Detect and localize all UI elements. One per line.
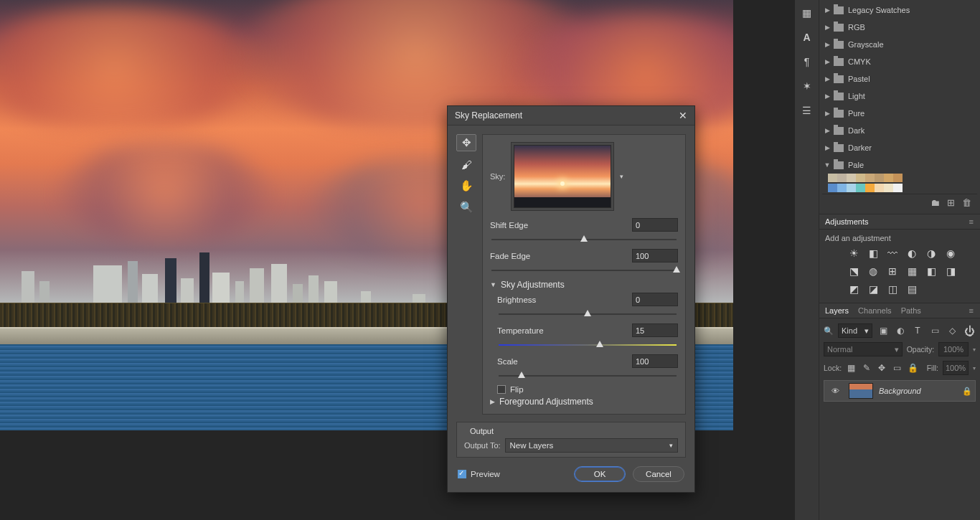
cancel-button[interactable]: Cancel	[633, 466, 684, 482]
sky-adjustments-section[interactable]: ▼Sky Adjustments	[490, 280, 678, 290]
visibility-icon[interactable]: 👁	[827, 387, 843, 395]
filter-toggle-icon[interactable]: ⏻	[963, 324, 976, 337]
foreground-adjustments-section[interactable]: ▶Foreground Adjustments	[490, 397, 678, 407]
swatch-folder-pale[interactable]: ▼Pale	[822, 156, 977, 174]
adjustment-lut-icon[interactable]: ▤	[905, 283, 919, 296]
sky-preset-dropdown-icon[interactable]: ▾	[620, 173, 627, 180]
zoom-tool-icon[interactable]: 🔍	[456, 199, 476, 216]
adjustment-levels-icon[interactable]: ◧	[866, 247, 880, 260]
swatch-folder-pastel[interactable]: ▶Pastel	[822, 70, 977, 88]
shift-edge-slider[interactable]	[491, 235, 677, 245]
brush-tool-icon[interactable]: 🖌	[456, 156, 476, 173]
hand-tool-icon[interactable]: ✋	[456, 177, 476, 194]
swatches-new-icon[interactable]: ⊞	[947, 197, 955, 208]
adjustment-bw-icon[interactable]: ⬔	[847, 265, 861, 278]
swatch[interactable]	[865, 184, 875, 192]
panel-icon-paragraph[interactable]: ¶	[800, 55, 814, 69]
swatch[interactable]	[847, 174, 856, 182]
temperature-input[interactable]: 15	[632, 323, 678, 337]
swatches-tree[interactable]: ▶Legacy Swatches▶RGB▶Grayscale▶CMYK▶Past…	[819, 0, 980, 214]
panel-icon-settings[interactable]: ☰	[800, 103, 814, 118]
panel-menu-icon[interactable]: ≡	[969, 217, 974, 226]
adjustment-invert-icon[interactable]: ◧	[924, 265, 938, 278]
lock-all-icon[interactable]: 🔒	[907, 361, 918, 374]
swatch[interactable]	[893, 184, 903, 192]
swatch-folder-legacy-swatches[interactable]: ▶Legacy Swatches	[822, 1, 977, 19]
swatch[interactable]	[884, 184, 893, 192]
layer-row-background[interactable]: 👁 Background 🔒	[824, 380, 976, 402]
filter-shape-icon[interactable]: ▭	[928, 324, 941, 337]
pale-swatches-row2[interactable]	[822, 184, 977, 194]
filter-smart-icon[interactable]: ◇	[946, 324, 958, 337]
swatch[interactable]	[884, 174, 893, 182]
brightness-slider[interactable]	[499, 309, 677, 319]
swatch-folder-rgb[interactable]: ▶RGB	[822, 19, 977, 36]
pale-swatches-row1[interactable]	[822, 174, 977, 184]
swatch-folder-cmyk[interactable]: ▶CMYK	[822, 53, 977, 70]
fill-input[interactable]: 100%	[943, 361, 969, 375]
tab-layers[interactable]: Layers	[825, 306, 849, 315]
panel-menu-icon[interactable]: ≡	[969, 306, 974, 315]
fade-edge-slider[interactable]	[491, 265, 677, 275]
preview-checkbox[interactable]: Preview	[458, 470, 500, 478]
blend-mode-select[interactable]: Normal▾	[824, 342, 903, 356]
opacity-input[interactable]: 100%	[938, 342, 969, 356]
adjustment-color-lookup-icon[interactable]: ▦	[905, 265, 919, 278]
lock-artboard-icon[interactable]: ▭	[892, 361, 903, 374]
layers-panel-header[interactable]: Layers Channels Paths ≡	[819, 303, 980, 318]
swatch[interactable]	[837, 184, 847, 192]
sky-preset-thumbnail[interactable]	[514, 145, 611, 208]
swatch[interactable]	[875, 184, 884, 192]
layer-kind-filter[interactable]: Kind▾	[838, 323, 872, 338]
adjustment-curves-icon[interactable]: 〰	[885, 247, 900, 260]
swatch[interactable]	[856, 174, 865, 182]
adjustments-panel-header[interactable]: Adjustments ≡	[819, 214, 980, 230]
panel-icon-glyphs[interactable]: ✶	[800, 79, 814, 93]
dialog-titlebar[interactable]: Sky Replacement ✕	[448, 106, 694, 126]
lock-position-icon[interactable]: ✥	[877, 361, 887, 374]
scale-slider[interactable]	[499, 371, 677, 381]
adjustment-threshold-icon[interactable]: ◩	[847, 283, 861, 296]
scale-input[interactable]: 100	[632, 354, 678, 368]
move-tool-icon[interactable]: ✥	[456, 134, 476, 151]
swatch[interactable]	[828, 174, 837, 182]
shift-edge-input[interactable]: 0	[632, 218, 678, 232]
adjustment-vibrance-icon[interactable]: ◑	[924, 247, 938, 260]
swatch-folder-darker[interactable]: ▶Darker	[822, 139, 977, 156]
swatches-trash-icon[interactable]: 🗑	[962, 197, 971, 208]
flip-checkbox[interactable]: Flip	[497, 385, 678, 394]
filter-pixel-icon[interactable]: ▣	[877, 324, 890, 337]
swatch-folder-dark[interactable]: ▶Dark	[822, 122, 977, 139]
adjustment-gradient-map-icon[interactable]: ◪	[866, 283, 880, 296]
ok-button[interactable]: OK	[574, 466, 626, 482]
swatch[interactable]	[893, 174, 903, 182]
swatch[interactable]	[875, 174, 884, 182]
swatch-folder-grayscale[interactable]: ▶Grayscale	[822, 36, 977, 53]
adjustment-photo-filter-icon[interactable]: ◍	[866, 265, 880, 278]
brightness-input[interactable]: 0	[632, 293, 678, 306]
filter-type-icon[interactable]: T	[911, 324, 924, 337]
lock-brush-icon[interactable]: ✎	[861, 361, 872, 374]
layer-thumbnail[interactable]	[849, 383, 873, 399]
adjustments-tab[interactable]: Adjustments	[825, 217, 869, 226]
adjustment-hue-icon[interactable]: ◉	[943, 247, 958, 260]
swatch[interactable]	[847, 184, 856, 192]
swatch[interactable]	[865, 174, 875, 182]
adjustment-selective-color-icon[interactable]: ◫	[885, 283, 900, 296]
adjustment-brightness-icon[interactable]: ☀	[847, 247, 861, 260]
tab-channels[interactable]: Channels	[858, 306, 891, 315]
swatch-folder-pure[interactable]: ▶Pure	[822, 105, 977, 122]
filter-adjust-icon[interactable]: ◐	[894, 324, 907, 337]
panel-icon-generic[interactable]: ▦	[800, 6, 814, 20]
adjustment-posterize-icon[interactable]: ◨	[943, 265, 958, 278]
panel-icon-type[interactable]: A	[800, 30, 814, 44]
swatch[interactable]	[837, 174, 847, 182]
adjustment-channel-mixer-icon[interactable]: ⊞	[885, 265, 900, 278]
swatches-folder-icon[interactable]: 🖿	[930, 197, 940, 208]
swatch[interactable]	[828, 184, 837, 192]
output-to-select[interactable]: New Layers▾	[505, 438, 678, 453]
close-icon[interactable]: ✕	[679, 110, 687, 121]
adjustment-exposure-icon[interactable]: ◐	[905, 247, 919, 260]
tab-paths[interactable]: Paths	[901, 306, 921, 315]
lock-pixels-icon[interactable]: ▦	[846, 361, 857, 374]
